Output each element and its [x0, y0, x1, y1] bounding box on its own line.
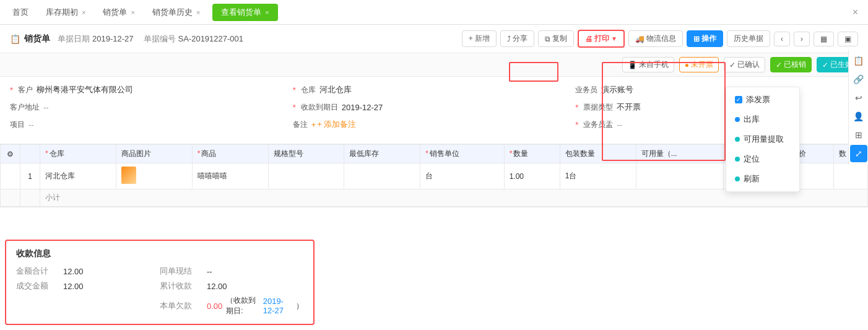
refresh-label: 刷新 [744, 173, 760, 185]
layout1-button[interactable]: ▦ [814, 32, 834, 46]
staff-label: 业务员 [575, 85, 597, 95]
tab-home[interactable]: 首页 [5, 3, 36, 22]
warehouse-field: * 仓库 河北仓库 [293, 84, 576, 95]
new-button[interactable]: + 新增 [462, 30, 497, 47]
col-header-sales-unit: *销售单位 [420, 145, 504, 163]
cell-min-stock [344, 163, 420, 189]
add-invoice-checkbox: ✓ [735, 96, 742, 103]
add-invoice-item[interactable]: ✓ 添发票 [726, 90, 799, 110]
doc-number-value: SA-20191227-001 [178, 34, 244, 43]
salesperson-value: -- [617, 120, 622, 129]
confirmed-button[interactable]: ✓ 已确认 [724, 57, 765, 72]
payment-date-value: 2019-12-27 [342, 103, 383, 112]
cell-product: 嘻嘻嘻嘻 [192, 163, 268, 189]
col-header-spec: 规格型号 [268, 145, 344, 163]
col-header-available: 可用量（... [636, 145, 724, 163]
print-button[interactable]: 🖨 打印 ▼ [578, 30, 625, 48]
customer-value: 柳州粤港平安气体有限公司 [37, 84, 133, 95]
tab-sales-history-close[interactable]: × [196, 9, 200, 16]
notes-field: 备注 + + 添加备注 [293, 119, 576, 130]
locate-item[interactable]: 定位 [726, 149, 799, 169]
history-button[interactable]: 历史单据 [727, 30, 770, 47]
operations-dropdown: ✓ 添发票 出库 可用量提取 定位 刷新 [726, 87, 800, 192]
logistics-button[interactable]: 🚚 物流信息 [628, 30, 683, 47]
outbound-label: 出库 [744, 114, 760, 125]
refresh-item[interactable]: 刷新 [726, 169, 799, 189]
salesperson-required-mark: * [575, 120, 578, 129]
tab-view-sales-close[interactable]: × [265, 9, 269, 16]
payment-date-required-mark: * [293, 103, 296, 112]
col-header-product: *商品 [192, 145, 268, 163]
action-buttons: + 新增 ⤴ 分享 ⧉ 复制 🖨 打印 ▼ 🚚 物流信息 [462, 30, 858, 48]
sidebar-icon-doc[interactable]: 📋 [850, 52, 867, 69]
sidebar-icon-return[interactable]: ↩ [850, 89, 867, 106]
tab-view-sales[interactable]: 查看销货单 × [212, 4, 277, 21]
payment-info-panel: 收款信息 金额合计 12.00 同单现结 -- 成交金额 12.00 累计收款 … [5, 240, 315, 325]
col-header-settings[interactable]: ⚙ [1, 145, 20, 163]
add-note-icon: + [311, 120, 316, 129]
outbound-dot [735, 117, 740, 122]
address-value: -- [43, 103, 49, 112]
phone-icon: 📱 [628, 61, 637, 69]
col-header-min-stock: 最低库存 [344, 145, 420, 163]
tab-inventory-init[interactable]: 库存期初 × [38, 3, 93, 22]
main-content: 📋 销货单 单据日期 2019-12-27 单据编号 SA-20191227-0… [0, 25, 868, 330]
warehouse-required-mark: * [293, 85, 296, 95]
window-close-button[interactable]: × [848, 4, 863, 20]
payment-date-field: * 收款到期日 2019-12-27 [293, 102, 576, 113]
nav-prev-button[interactable]: ‹ [774, 32, 790, 46]
refresh-dot [735, 176, 740, 181]
sidebar-icon-link[interactable]: 🔗 [850, 71, 867, 88]
add-note-button[interactable]: + + 添加备注 [311, 119, 357, 130]
staff-field: 业务员 演示账号 [575, 84, 858, 95]
doc-date-field: 单据日期 2019-12-27 [58, 33, 134, 45]
available-extract-item[interactable]: 可用量提取 [726, 129, 799, 149]
share-icon: ⤴ [507, 35, 511, 43]
sidebar-icon-expand[interactable]: ⤢ [850, 145, 867, 162]
outbound-item[interactable]: 出库 [726, 110, 799, 129]
tab-inventory-init-close[interactable]: × [82, 9, 85, 16]
cell-available [636, 163, 724, 189]
sidebar-icon-grid[interactable]: ⊞ [850, 126, 867, 144]
invoice-type-field: * 票据类型 不开票 [575, 102, 858, 113]
doc-number-label: 单据编号 [144, 33, 176, 45]
cell-product-img [116, 163, 192, 189]
panel-title: 收款信息 [16, 248, 303, 259]
effective-icon: ✓ [822, 61, 828, 69]
share-button[interactable]: ⤴ 分享 [500, 30, 534, 47]
notes-label: 备注 [293, 119, 308, 130]
address-label: 客户地址 [10, 102, 40, 113]
not-open-button[interactable]: ● 未开票 [679, 57, 719, 72]
col-header-product-img: 商品图片 [116, 145, 192, 163]
layout2-button[interactable]: ▣ [838, 32, 858, 46]
tab-sales-history[interactable]: 销货单历史 × [145, 3, 207, 22]
cell-warehouse: 河北仓库 [40, 163, 116, 189]
nav-next-button[interactable]: › [794, 32, 810, 46]
from-phone-button[interactable]: 📱 来自手机 [622, 57, 674, 72]
doc-title-icon: 📋 [10, 34, 20, 44]
panel-row-deal-amount: 成交金额 12.00 [16, 280, 160, 292]
print-icon: 🖨 [585, 35, 592, 43]
operations-button[interactable]: ⊞ 操作 [687, 30, 723, 47]
col-header-warehouse: *仓库 [40, 145, 116, 163]
locate-label: 定位 [744, 154, 760, 165]
address-field: 客户地址 -- [10, 102, 293, 113]
panel-grid: 金额合计 12.00 同单现结 -- 成交金额 12.00 累计收款 12.00… [16, 266, 303, 316]
copy-button[interactable]: ⧉ 复制 [538, 30, 574, 47]
salesperson-field: * 业务员盂 -- [575, 119, 858, 130]
col-header-quantity: *数量 [504, 145, 560, 163]
voided-button[interactable]: ✓ 已核销 [770, 57, 812, 72]
panel-row-cumulative: 累计收款 12.00 [160, 280, 303, 292]
product-image [121, 167, 136, 184]
tab-bar: 首页 库存期初 × 销货单 × 销货单历史 × 查看销货单 × × [0, 0, 868, 25]
available-extract-label: 可用量提取 [744, 134, 784, 145]
tab-sales-order-close[interactable]: × [131, 9, 134, 16]
cell-spec [268, 163, 344, 189]
warehouse-label: 仓库 [301, 85, 316, 95]
doc-date-value: 2019-12-27 [92, 34, 134, 43]
sidebar-icon-user[interactable]: 👤 [850, 108, 867, 125]
invoice-type-required-mark: * [575, 103, 578, 112]
logistics-icon: 🚚 [635, 35, 644, 43]
staff-value: 演示账号 [601, 84, 633, 95]
tab-sales-order[interactable]: 销货单 × [95, 3, 142, 22]
